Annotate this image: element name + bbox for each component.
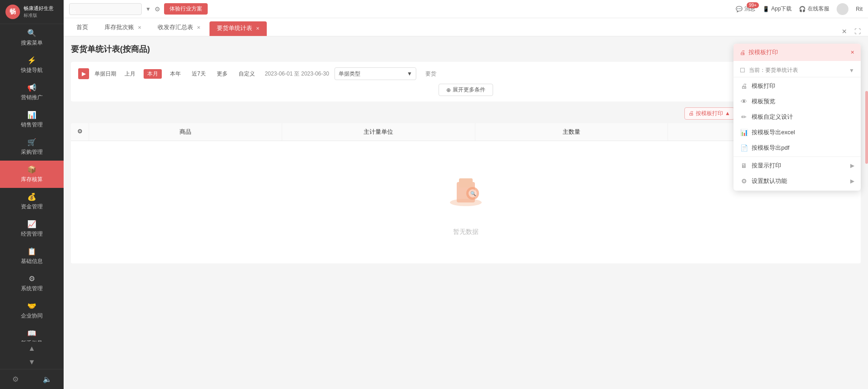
- window-controls: ✕ ⛶: [840, 27, 863, 36]
- sidebar-scroll-up[interactable]: ▲: [0, 342, 64, 355]
- sidebar-item-guide[interactable]: 📖 新手引导: [0, 324, 64, 342]
- print-menu-export-excel[interactable]: 📊 按模板导出excel: [733, 125, 861, 140]
- tab-order-stats-close[interactable]: ✕: [256, 26, 259, 31]
- sidebar-item-search[interactable]: 🔍 搜索菜单: [0, 24, 64, 51]
- date-range-display: 2023-06-01 至 2023-06-30: [265, 70, 329, 78]
- tab-order-stats-label: 要货单统计表: [217, 24, 252, 32]
- tab-inventory-batch-label: 库存批次账: [105, 23, 134, 31]
- sidebar-item-label: 经营管理: [21, 230, 43, 238]
- print-menu-template-preview[interactable]: 👁 模板预览: [733, 94, 861, 109]
- print-dropdown-close-btn[interactable]: +: [848, 48, 857, 56]
- expand-icon: ⊕: [446, 87, 451, 93]
- type-filter-select[interactable]: 单据类型 ▼: [334, 67, 416, 80]
- display-print-label: 按显示打印: [752, 162, 781, 170]
- table-col-product: 商品: [89, 123, 282, 141]
- date-btn-custom[interactable]: 自定义: [236, 69, 258, 79]
- sidebar-item-inventory[interactable]: 📦 库存核算: [0, 161, 64, 188]
- online-support-button[interactable]: 🎧 在线客服: [799, 5, 829, 13]
- sidebar-item-label: 库存核算: [21, 176, 43, 183]
- topbar-left: ▼ ⚙ 体验行业方案: [69, 3, 208, 15]
- basics-icon: 📋: [27, 247, 36, 256]
- filter-toggle-btn[interactable]: ▶: [78, 68, 89, 79]
- export-pdf-label: 按模板导出pdf: [752, 144, 789, 152]
- settings-gear-icon[interactable]: ⚙: [155, 5, 160, 13]
- sidebar-nav: 🔍 搜索菜单 ⚡ 快捷导航 📢 营销推广 📊 销售管理 🛒 采购管理 📦 库存核…: [0, 24, 64, 342]
- date-btn-last-month[interactable]: 上月: [122, 69, 138, 79]
- main-area: ▼ ⚙ 体验行业方案 💬 消息 99+ 📱 App下载 🎧 在线客服 Rit: [64, 0, 868, 389]
- print-menu-set-default[interactable]: ⚙ 设置默认功能 ▶: [733, 173, 861, 189]
- sidebar-scroll-down[interactable]: ▼: [0, 355, 64, 369]
- sidebar-item-label: 采购管理: [21, 148, 43, 156]
- system-icon: ⚙: [29, 274, 35, 283]
- set-default-label: 设置默认功能: [752, 177, 787, 185]
- volume-icon[interactable]: 🔈: [39, 373, 55, 385]
- right-scrollbar[interactable]: [865, 91, 868, 164]
- table-col-quantity: 主数量: [475, 123, 668, 141]
- print-divider-2: [733, 157, 861, 157]
- close-window-btn[interactable]: ✕: [840, 27, 849, 36]
- messages-button[interactable]: 💬 消息 99+: [736, 5, 755, 13]
- tab-summary[interactable]: 收发存汇总表 ✕: [150, 20, 208, 36]
- message-icon: 💬: [736, 6, 743, 12]
- maximize-window-btn[interactable]: ⛶: [853, 27, 863, 36]
- sidebar-item-collab[interactable]: 🤝 企业协同: [0, 297, 64, 324]
- guide-icon: 📖: [27, 329, 36, 338]
- export-pdf-icon: 📄: [740, 144, 748, 152]
- print-menu-template-print[interactable]: 🖨 模板打印: [733, 78, 861, 94]
- sidebar-item-system[interactable]: ⚙ 系统管理: [0, 270, 64, 297]
- print-header-label: 按模板打印: [748, 48, 778, 56]
- sidebar-item-quick-nav[interactable]: ⚡ 快捷导航: [0, 51, 64, 79]
- avatar[interactable]: [837, 3, 848, 15]
- sidebar-item-operations[interactable]: 📈 经营管理: [0, 215, 64, 242]
- content-area: 要货单统计表(按商品) ▶ 单据日期 上月 本月 本年 近7天 更多 自定义 2…: [64, 36, 868, 389]
- tab-home[interactable]: 首页: [69, 20, 95, 36]
- tab-summary-close[interactable]: ✕: [197, 25, 200, 30]
- export-excel-label: 按模板导出excel: [752, 128, 795, 136]
- search-dropdown-icon[interactable]: ▼: [145, 6, 151, 12]
- tab-inventory-batch-close[interactable]: ✕: [138, 25, 141, 30]
- sidebar-item-label: 销售管理: [21, 121, 43, 129]
- display-print-arrow: ▶: [850, 162, 854, 169]
- settings-bottom-icon[interactable]: ⚙: [9, 373, 22, 385]
- print-menu-template-design[interactable]: ✏ 模板自定义设计: [733, 109, 861, 125]
- sidebar: 畅 畅康通好生意 标准版 🔍 搜索菜单 ⚡ 快捷导航 📢 营销推广 📊 销售管理…: [0, 0, 64, 389]
- operations-icon: 📈: [27, 220, 36, 228]
- sidebar-item-label: 资金管理: [21, 203, 43, 211]
- tab-inventory-batch[interactable]: 库存批次账 ✕: [97, 20, 149, 36]
- sidebar-bottom: ⚙ 🔈: [0, 369, 64, 389]
- template-preview-icon: 👁: [740, 98, 748, 105]
- print-menu-export-pdf[interactable]: 📄 按模板导出pdf: [733, 140, 861, 156]
- trial-button[interactable]: 体验行业方案: [164, 3, 208, 15]
- date-btn-7days[interactable]: 近7天: [189, 69, 209, 79]
- tab-order-stats[interactable]: 要货单统计表 ✕: [210, 21, 267, 36]
- sidebar-item-purchase[interactable]: 🛒 采购管理: [0, 133, 64, 161]
- print-template-btn[interactable]: 🖨 按模板打印 ▲: [684, 107, 734, 120]
- sidebar-item-label: 系统管理: [21, 285, 43, 293]
- date-btn-this-year[interactable]: 本年: [167, 69, 184, 79]
- print-current-selection: ☐ 当前：要货单统计表 ▼: [733, 63, 861, 76]
- print-menu-display-print[interactable]: 🖥 按显示打印 ▶: [733, 158, 861, 173]
- search-input[interactable]: [69, 3, 142, 15]
- print-dropdown-header: 🖨 按模板打印 +: [733, 44, 861, 61]
- date-btn-more[interactable]: 更多: [214, 69, 230, 79]
- svg-rect-2: [459, 178, 473, 187]
- sales-icon: 📊: [27, 111, 36, 119]
- sidebar-item-basics[interactable]: 📋 基础信息: [0, 242, 64, 270]
- tab-bar: 首页 库存批次账 ✕ 收发存汇总表 ✕ 要货单统计表 ✕ ✕ ⛶: [64, 18, 868, 36]
- table-col-settings[interactable]: ⚙: [71, 123, 89, 141]
- expand-label: 展开更多条件: [453, 86, 485, 94]
- sidebar-item-marketing[interactable]: 📢 营销推广: [0, 79, 64, 106]
- sidebar-item-sales[interactable]: 📊 销售管理: [0, 106, 64, 133]
- sidebar-item-finance[interactable]: 💰 资金管理: [0, 188, 64, 215]
- set-default-left: ⚙ 设置默认功能: [740, 177, 787, 185]
- inventory-icon: 📦: [27, 165, 36, 174]
- print-current-row: ☐ 当前：要货单统计表 ▼: [740, 66, 854, 74]
- date-btn-this-month[interactable]: 本月: [144, 69, 162, 79]
- message-badge: 99+: [747, 2, 759, 8]
- download-icon: 📱: [763, 6, 769, 12]
- print-current-label: 当前：要货单统计表: [749, 66, 849, 74]
- expand-conditions-btn[interactable]: ⊕ 展开更多条件: [439, 84, 493, 96]
- app-download-button[interactable]: 📱 App下载: [763, 5, 792, 13]
- print-divider-1: [733, 77, 861, 77]
- search-menu-icon: 🔍: [27, 29, 36, 37]
